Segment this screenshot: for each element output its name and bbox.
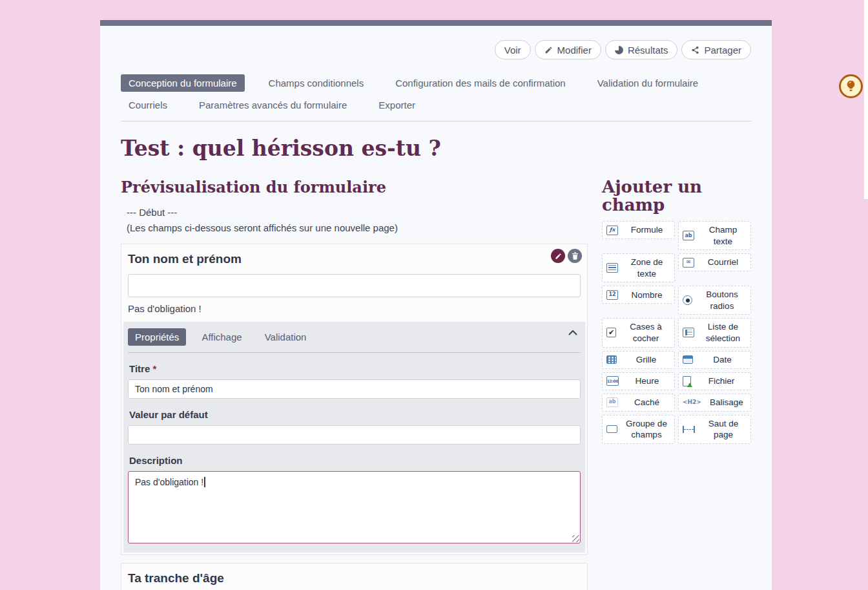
add-field-sidebar: Ajouter un champ ƒx Formule ab Champ tex…: [602, 178, 751, 444]
builder-tabs: Conception du formulaire Champs conditio…: [121, 74, 751, 114]
tab-parametres-avances[interactable]: Paramètres avancés du formulaire: [191, 96, 355, 114]
tab-exporter[interactable]: Exporter: [371, 96, 423, 114]
pagebreak-start-label: --- Début ---: [127, 207, 588, 218]
field-preview-input[interactable]: [128, 274, 581, 297]
results-button-label: Résultats: [628, 45, 668, 56]
time-icon: 12:00: [606, 376, 619, 386]
add-cache-button[interactable]: ab Caché: [602, 394, 675, 412]
textfield-icon: ab: [683, 231, 694, 240]
add-heure-button[interactable]: 12:00 Heure: [602, 372, 675, 390]
property-editor-tabs: Propriétés Affichage Validation: [128, 328, 581, 353]
results-button[interactable]: Résultats: [605, 40, 678, 59]
tab-affichage[interactable]: Affichage: [194, 328, 249, 346]
tab-configuration-mails[interactable]: Configuration des mails de confirmation: [388, 74, 573, 92]
edit-button-label: Modifier: [557, 45, 592, 56]
default-value-label: Valeur par défaut: [129, 409, 581, 420]
tab-champs-conditionnels[interactable]: Champs conditionnels: [261, 74, 372, 92]
add-grille-button[interactable]: Grille: [602, 351, 675, 369]
title-field-label: Titre *: [129, 363, 581, 374]
pencil-icon: [544, 46, 553, 54]
field-edit-icon[interactable]: [551, 249, 565, 263]
required-marker: *: [152, 363, 156, 374]
share-button[interactable]: Partager: [681, 40, 751, 59]
share-button-label: Partager: [704, 45, 741, 56]
add-formule-button[interactable]: ƒx Formule: [602, 221, 675, 239]
field-property-editor: Propriétés Affichage Validation Titre * …: [123, 322, 585, 553]
add-groupe-de-champs-button[interactable]: Groupe de champs: [602, 415, 675, 444]
add-field-heading: Ajouter un champ: [602, 178, 715, 214]
view-button[interactable]: Voir: [495, 40, 531, 59]
markup-icon: <H2>: [683, 397, 701, 407]
textarea-icon: [606, 263, 618, 273]
pie-chart-icon: [615, 46, 623, 54]
form-builder-panel: Voir Modifier Résultats Partager Conce: [100, 20, 772, 590]
field-description-text: Pas d'obligation !: [121, 297, 587, 314]
email-icon: ✉: [683, 258, 694, 268]
textarea-resize-handle[interactable]: [572, 535, 579, 542]
tab-validation[interactable]: Validation: [258, 328, 314, 346]
title-input[interactable]: [128, 379, 581, 399]
view-mode-actions: Voir Modifier Résultats Partager: [121, 40, 751, 59]
edit-button[interactable]: Modifier: [535, 40, 601, 59]
date-icon: [683, 355, 693, 364]
add-cases-a-cocher-button[interactable]: ✔ Cases à cocher: [602, 318, 675, 347]
description-textarea-value: Pas d'obligation !: [135, 477, 203, 487]
text-caret: [204, 477, 205, 487]
add-nombre-button[interactable]: 12 Nombre: [602, 286, 675, 304]
add-date-button[interactable]: Date: [678, 351, 751, 369]
add-saut-de-page-button[interactable]: Saut de page: [678, 415, 751, 444]
add-fichier-button[interactable]: Fichier: [678, 372, 751, 390]
add-zone-de-texte-button[interactable]: Zone de texte: [602, 253, 675, 282]
page-title: Test : quel hérisson es-tu ?: [121, 136, 751, 161]
formula-icon: ƒx: [606, 226, 618, 235]
pagebreak-icon: [683, 426, 695, 433]
tab-courriels[interactable]: Courriels: [121, 96, 175, 114]
lightbulb-icon: [845, 80, 856, 92]
description-label: Description: [129, 455, 581, 466]
field-label: Ton nom et prénom: [128, 252, 581, 266]
field-card-nom-prenom: Ton nom et prénom Pas d'obligation ! Pro…: [121, 244, 588, 555]
field-type-palette: ƒx Formule ab Champ texte Zone de texte …: [602, 221, 751, 443]
select-icon: [683, 328, 694, 337]
add-champ-texte-button[interactable]: ab Champ texte: [678, 221, 751, 250]
pagebreak-note: (Les champs ci-dessous seront affichés s…: [127, 222, 588, 233]
fieldset-icon: [606, 425, 617, 433]
add-liste-de-selection-button[interactable]: Liste de sélection: [678, 318, 751, 347]
field-card-tranche-age: Ta tranche d'âge: [121, 563, 588, 590]
panel-top-accent-bar: [100, 20, 772, 26]
chevron-up-icon[interactable]: [568, 330, 577, 335]
file-icon: [683, 376, 691, 386]
field-label: Ta tranche d'âge: [128, 571, 581, 585]
add-courriel-button[interactable]: ✉ Courriel: [678, 253, 751, 271]
tab-proprietes[interactable]: Propriétés: [128, 328, 186, 346]
checkbox-icon: ✔: [606, 328, 616, 337]
radio-icon: [683, 295, 692, 305]
tab-conception-du-formulaire[interactable]: Conception du formulaire: [121, 74, 245, 92]
tabs-divider: [121, 121, 751, 121]
share-icon: [691, 46, 699, 54]
view-button-label: Voir: [504, 45, 521, 56]
field-delete-icon[interactable]: [568, 249, 582, 263]
add-balisage-button[interactable]: <H2> Balisage: [678, 394, 751, 412]
grid-icon: [606, 355, 617, 364]
number-icon: 12: [606, 290, 618, 300]
description-textarea[interactable]: Pas d'obligation !: [128, 471, 581, 543]
scrollbar-track: [864, 0, 868, 199]
help-button[interactable]: [839, 74, 863, 98]
tab-validation-du-formulaire[interactable]: Validation du formulaire: [590, 74, 706, 92]
preview-heading: Prévisualisation du formulaire: [121, 178, 588, 196]
hidden-icon: ab: [606, 397, 618, 407]
default-value-input[interactable]: [128, 425, 581, 445]
add-boutons-radios-button[interactable]: Boutons radios: [678, 286, 751, 315]
